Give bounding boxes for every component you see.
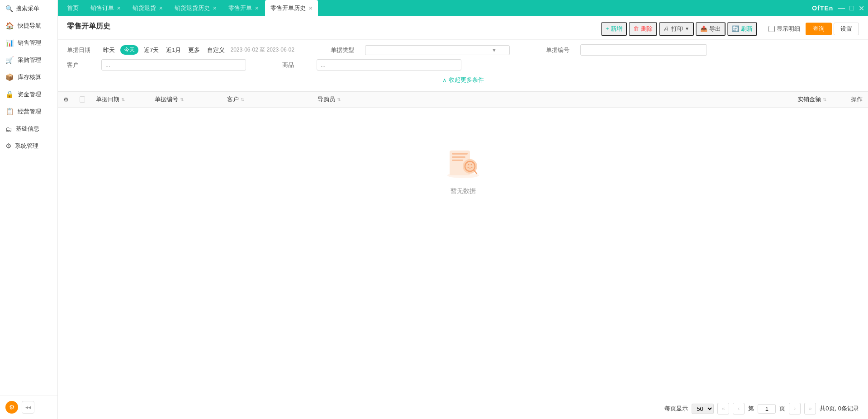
customer-input[interactable]: ... [101,59,246,71]
tab-close-icon[interactable]: ✕ [308,5,313,11]
quick-nav-icon: 🏠 [5,22,14,30]
th-amount[interactable]: 实销金额 ⇅ [366,95,832,104]
tab-retail-open[interactable]: 零售开单 ✕ [223,0,264,16]
tab-home[interactable]: 首页 [62,0,84,16]
customer-filter-label: 客户 [67,61,92,69]
sidebar-item-label: 基础信息 [16,125,39,133]
page-number-input[interactable] [758,404,776,414]
system-icon: ⚙ [5,142,11,150]
first-page-button[interactable]: « [717,403,729,414]
date-more[interactable]: 更多 [186,45,202,55]
sidebar-item-quick-nav[interactable]: 🏠 快捷导航 [0,17,57,34]
sort-date-icon: ⇅ [121,97,125,102]
per-page-label: 每页显示 [664,405,688,413]
sort-ordernum-icon: ⇅ [180,97,184,102]
tab-retail-open-history[interactable]: 零售开单历史 ✕ [265,0,318,16]
th-customer[interactable]: 客户 ⇅ [222,95,312,104]
th-checkbox[interactable] [74,96,90,103]
sidebar-item-operations[interactable]: 📋 经营管理 [0,103,57,120]
print-button[interactable]: 🖨 打印 ▼ [659,22,694,36]
delete-button[interactable]: 🗑 删除 [629,22,657,36]
sidebar-item-finance[interactable]: 🔒 资金管理 [0,86,57,103]
th-guide-label: 导购员 [318,95,335,104]
delete-label: 删除 [641,25,653,33]
date-filter-label: 单据日期 [67,46,92,54]
date-yesterday[interactable]: 昨天 [101,45,117,55]
next-page-button[interactable]: › [789,403,801,414]
tab-sales-order[interactable]: 销售订单 ✕ [85,0,126,16]
date-today[interactable]: 今天 [120,45,138,55]
page-title: 零售开单历史 [67,22,110,31]
sidebar-item-system-mgmt[interactable]: ⚙ 系统管理 [0,137,57,155]
window-close-button[interactable]: ✕ [859,4,864,13]
right-toolbar: + 新增 🗑 删除 🖨 打印 ▼ 📤 导出 🔄 刷新 [601,22,859,36]
order-num-input[interactable] [580,44,707,56]
display-detail-checkbox[interactable] [768,26,775,32]
prev-page-button[interactable]: ‹ [733,403,745,414]
export-button[interactable]: 📤 导出 [696,22,726,36]
window-maximize-button[interactable]: □ [849,4,854,12]
toolbar-divider [761,25,761,33]
tab-close-icon[interactable]: ✕ [255,5,259,11]
customer-placeholder: ... [105,61,110,68]
product-input[interactable]: ... [317,59,461,71]
search-icon: 🔍 [5,5,13,12]
product-filter-label: 商品 [282,61,308,69]
table-header: ⚙ 单据日期 ⇅ 单据编号 ⇅ 客户 ⇅ 导购员 [58,92,868,108]
tab-sales-return[interactable]: 销货退货 ✕ [127,0,168,16]
per-page-select[interactable]: 50 [692,404,714,414]
settings-toolbar-button[interactable]: 设置 [834,23,859,35]
sort-customer-icon: ⇅ [241,97,244,102]
purchase-icon: 🛒 [5,56,14,64]
content-wrapper: 零售开单历史 + 新增 🗑 删除 🖨 打印 ▼ 📤 导出 🔄 [58,16,868,419]
inventory-icon: 📦 [5,73,14,81]
print-icon: 🖨 [664,25,669,32]
display-detail-button[interactable]: 显示明细 [765,23,804,35]
refresh-icon: 🔄 [732,25,739,32]
sidebar-search[interactable]: 🔍 搜索采单 [0,0,57,17]
sidebar-item-label: 库存核算 [18,73,41,81]
empty-text: 暂无数据 [451,187,476,195]
date-1month[interactable]: 近1月 [164,45,183,55]
tab-close-icon[interactable]: ✕ [213,5,217,11]
sidebar-item-sales-mgmt[interactable]: 📊 销售管理 [0,34,57,52]
operations-icon: 📋 [5,108,14,116]
tab-sales-return-label: 销货退货 [133,4,156,12]
page-header: 零售开单历史 + 新增 🗑 删除 🖨 打印 ▼ 📤 导出 🔄 [58,16,868,40]
print-arrow-icon: ▼ [685,26,689,31]
tab-close-icon[interactable]: ✕ [117,5,121,11]
brand-logo: OfTEn [812,5,833,12]
tab-close-icon[interactable]: ✕ [159,5,163,11]
sidebar-item-label: 经营管理 [18,108,41,116]
add-button[interactable]: + 新增 [601,22,627,36]
select-all-checkbox[interactable] [80,96,85,103]
th-guide[interactable]: 导购员 ⇅ [312,95,366,104]
settings-button[interactable]: ⚙ [5,401,18,414]
svg-rect-3 [452,156,465,158]
last-page-button[interactable]: » [804,403,816,414]
sort-amount-icon: ⇅ [823,97,826,102]
date-7days[interactable]: 近7天 [142,45,161,55]
sidebar-item-basic-info[interactable]: 🗂 基础信息 [0,120,57,137]
th-date[interactable]: 单据日期 ⇅ [90,95,149,104]
date-custom[interactable]: 自定义 [205,45,227,55]
refresh-button[interactable]: 🔄 刷新 [727,22,757,36]
tab-sales-return-history-label: 销货退货历史 [175,4,210,12]
th-order-num[interactable]: 单据编号 ⇅ [149,95,222,104]
filter-area: 单据日期 昨天 今天 近7天 近1月 更多 自定义 2023-06-02 至 2… [58,40,868,92]
th-action-label: 操作 [851,95,863,104]
tab-sales-return-history[interactable]: 销货退货历史 ✕ [169,0,222,16]
sidebar: 🔍 搜索采单 🏠 快捷导航 📊 销售管理 🛒 采购管理 📦 库存核算 🔒 资金管… [0,0,58,419]
order-type-select[interactable]: ▼ [365,45,510,55]
sidebar-item-purchase-mgmt[interactable]: 🛒 采购管理 [0,52,57,69]
collapse-more-button[interactable]: ∧ 收起更多条件 [67,74,859,87]
sidebar-item-inventory[interactable]: 📦 库存核算 [0,69,57,86]
sidebar-item-label: 系统管理 [15,142,38,150]
window-minimize-button[interactable]: — [838,4,845,12]
th-settings[interactable]: ⚙ [58,96,74,103]
page-label: 第 [748,405,754,413]
th-ordernum-label: 单据编号 [155,95,178,104]
query-button[interactable]: 查询 [806,23,832,35]
collapse-sidebar-button[interactable]: ◂◂ [22,401,34,414]
filter-row-1: 单据日期 昨天 今天 近7天 近1月 更多 自定义 2023-06-02 至 2… [67,44,859,56]
